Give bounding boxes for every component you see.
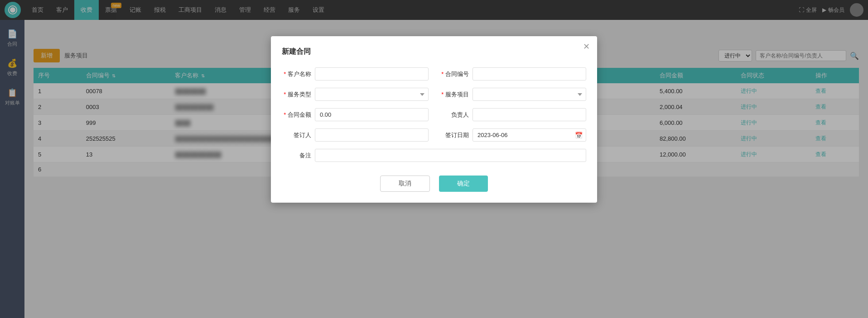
contract-amount-label: 合同金额: [282, 111, 311, 119]
contract-no-label: 合同编号: [439, 70, 469, 78]
sign-date-row: 签订日期 📅: [439, 128, 586, 142]
responsible-row: 负责人: [439, 108, 586, 121]
sign-date-input[interactable]: [473, 128, 586, 142]
service-type-row: 服务类型: [282, 88, 429, 101]
contract-amount-row: 合同金额: [282, 108, 429, 121]
modal-overlay: ✕ 新建合同 客户名称 合同编号 服务类型 服务项目: [0, 0, 868, 318]
service-item-label: 服务项目: [439, 90, 469, 99]
modal-close-button[interactable]: ✕: [583, 42, 590, 52]
modal-title: 新建合同: [282, 47, 586, 57]
confirm-button[interactable]: 确定: [439, 176, 488, 192]
responsible-input[interactable]: [473, 108, 586, 121]
customer-name-row: 客户名称: [282, 67, 429, 81]
contract-no-input[interactable]: [473, 67, 586, 81]
form-grid: 客户名称 合同编号 服务类型 服务项目: [282, 67, 586, 162]
service-item-row: 服务项目: [439, 88, 586, 101]
service-type-label: 服务类型: [282, 90, 311, 99]
service-item-select[interactable]: [473, 88, 586, 101]
calendar-icon: 📅: [575, 132, 583, 139]
sign-date-label: 签订日期: [439, 131, 469, 139]
signer-label: 签订人: [282, 131, 311, 139]
contract-no-row: 合同编号: [439, 67, 586, 81]
cancel-button[interactable]: 取消: [380, 176, 430, 192]
remark-row: 备注: [282, 149, 586, 162]
customer-name-label: 客户名称: [282, 70, 311, 78]
modal-footer: 取消 确定: [282, 176, 586, 192]
signer-input[interactable]: [315, 128, 429, 142]
sign-date-wrap: 📅: [473, 128, 586, 142]
contract-amount-input[interactable]: [315, 108, 429, 121]
remark-label: 备注: [282, 152, 311, 160]
service-type-select[interactable]: [315, 88, 429, 101]
remark-input[interactable]: [315, 149, 586, 162]
signer-row: 签订人: [282, 128, 429, 142]
new-contract-modal: ✕ 新建合同 客户名称 合同编号 服务类型 服务项目: [271, 36, 597, 203]
responsible-label: 负责人: [439, 111, 469, 119]
customer-name-input[interactable]: [315, 67, 429, 81]
